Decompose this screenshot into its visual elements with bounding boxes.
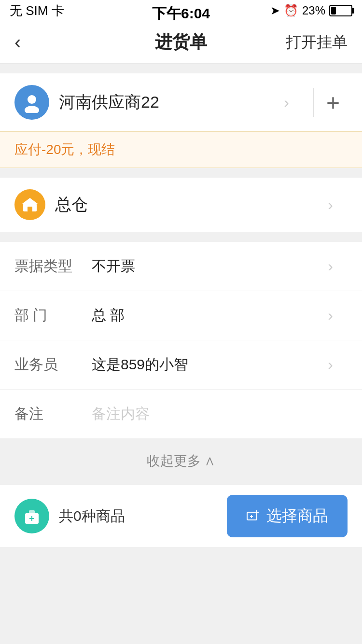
divider-1 bbox=[0, 168, 362, 178]
supplier-chevron-icon: › bbox=[284, 94, 289, 112]
salesperson-chevron-icon: › bbox=[328, 356, 333, 374]
invoice-type-row[interactable]: 票据类型 不开票 › bbox=[0, 241, 362, 291]
salesperson-label: 业务员 bbox=[14, 355, 92, 375]
battery-icon bbox=[329, 5, 352, 16]
select-product-label: 选择商品 bbox=[266, 505, 328, 527]
divider-2 bbox=[0, 232, 362, 241]
remark-value: 备注内容 bbox=[92, 404, 348, 424]
vertical-divider bbox=[313, 88, 314, 117]
supplier-row[interactable]: 河南供应商22 › + bbox=[0, 73, 362, 131]
svg-point-0 bbox=[28, 95, 36, 104]
salesperson-row[interactable]: 业务员 这是859的小智 › bbox=[0, 340, 362, 389]
bottom-bar: 共0种商品 选择商品 bbox=[0, 485, 362, 547]
back-button[interactable]: ‹ bbox=[14, 31, 43, 53]
department-value: 总 部 bbox=[92, 306, 328, 325]
department-row[interactable]: 部 门 总 部 › bbox=[0, 291, 362, 340]
product-icon bbox=[14, 499, 49, 533]
warehouse-chevron-icon: › bbox=[328, 196, 333, 214]
svg-marker-3 bbox=[22, 198, 38, 204]
svg-rect-4 bbox=[28, 207, 32, 211]
page-title: 进货单 bbox=[155, 30, 207, 54]
status-right: ➤ ⏰ 23% bbox=[270, 4, 352, 17]
notice-text: 应付-20元，现结 bbox=[14, 142, 115, 157]
remark-label: 备注 bbox=[14, 404, 92, 424]
svg-point-1 bbox=[25, 106, 39, 113]
svg-rect-6 bbox=[29, 510, 35, 515]
notice-banner: 应付-20元，现结 bbox=[0, 131, 362, 168]
product-count: 共0种商品 bbox=[59, 506, 227, 526]
status-alarm-icon: ⏰ bbox=[284, 4, 298, 17]
department-chevron-icon: › bbox=[328, 307, 333, 324]
invoice-type-chevron-icon: › bbox=[328, 257, 333, 275]
warehouse-icon bbox=[14, 189, 45, 220]
warehouse-section: 总仓 › bbox=[0, 178, 362, 232]
supplier-section: 河南供应商22 › + 应付-20元，现结 bbox=[0, 73, 362, 168]
supplier-name: 河南供应商22 bbox=[59, 91, 284, 113]
form-section: 票据类型 不开票 › 部 门 总 部 › 业务员 这是859的小智 › 备注 备… bbox=[0, 241, 362, 438]
salesperson-value: 这是859的小智 bbox=[92, 355, 328, 375]
collapse-label: 收起更多 ∧ bbox=[147, 452, 216, 470]
warehouse-name: 总仓 bbox=[55, 194, 328, 216]
add-button[interactable]: + bbox=[319, 88, 348, 117]
top-divider bbox=[0, 64, 362, 73]
status-location-icon: ➤ bbox=[270, 4, 280, 17]
remark-row[interactable]: 备注 备注内容 bbox=[0, 389, 362, 438]
invoice-type-label: 票据类型 bbox=[14, 256, 92, 276]
invoice-type-value: 不开票 bbox=[92, 256, 328, 276]
status-bar: 无 SIM 卡 下午6:04 ➤ ⏰ 23% bbox=[0, 0, 362, 21]
supplier-avatar bbox=[14, 85, 49, 120]
nav-bar: ‹ 进货单 打开挂单 bbox=[0, 21, 362, 64]
status-carrier: 无 SIM 卡 bbox=[10, 2, 64, 19]
department-label: 部 门 bbox=[14, 306, 92, 325]
open-pending-button[interactable]: 打开挂单 bbox=[286, 32, 348, 53]
collapse-row[interactable]: 收起更多 ∧ bbox=[0, 438, 362, 484]
rest-area bbox=[0, 547, 362, 644]
status-battery-percent: 23% bbox=[302, 4, 325, 17]
warehouse-row[interactable]: 总仓 › bbox=[0, 178, 362, 232]
status-time: 下午6:04 bbox=[152, 4, 210, 24]
select-product-button[interactable]: 选择商品 bbox=[227, 495, 348, 537]
